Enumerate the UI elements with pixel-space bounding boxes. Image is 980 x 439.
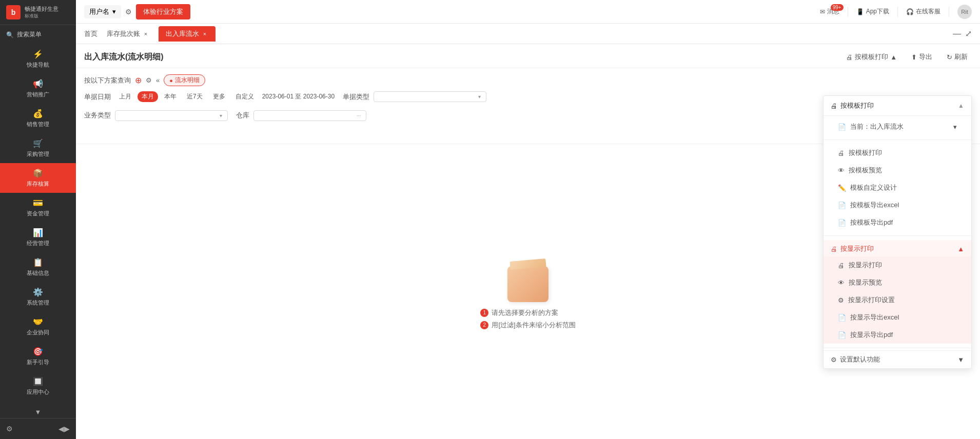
template-preview-icon: 👁 (838, 167, 845, 174)
sidebar-toggle-icon[interactable]: ◀▶ (58, 425, 70, 433)
filter-add-icon[interactable]: ⊕ (135, 75, 142, 85)
template-pdf-label: 按模板导出pdf (850, 218, 893, 227)
sidebar-item-label: 销售管理 (27, 121, 49, 128)
sidebar-item-wechat[interactable]: 💬 企业微信 (0, 401, 76, 406)
dropdown-current-item[interactable]: 📄 当前：出入库流水 ▾ (824, 118, 971, 135)
filter-collapse-icon[interactable]: « (156, 76, 160, 84)
display-print-icon: 🖨 (838, 262, 845, 269)
filter-group-date: 单据日期 上月 本月 本年 近7天 更多 自定义 2023-06-01 至 20… (84, 91, 335, 102)
dropdown-section-display: 🖨 按显示打印 ▲ 🖨 按显示打印 👁 按显示预览 ⚙ 按显示打印设置 (824, 238, 971, 346)
sidebar-item-purchase[interactable]: 🛒 采购管理 (0, 133, 76, 163)
topbar-app-download[interactable]: 📱 App下载 (856, 7, 889, 16)
date-tab-year[interactable]: 本年 (160, 91, 181, 102)
display-excel-icon: 📄 (838, 314, 846, 322)
sidebar-bottom: ⚙ ◀▶ (0, 418, 76, 439)
refresh-btn[interactable]: ↻ 刷新 (943, 50, 972, 64)
dropdown-template-print[interactable]: 🖨 按模板打印 (824, 144, 971, 162)
sidebar-scroll-down[interactable]: ▼ (0, 406, 76, 418)
tab-inventory-batch[interactable]: 库存批次账 × (100, 26, 156, 42)
topbar-user-name: 用户名 (89, 7, 109, 16)
dropdown-template-pdf[interactable]: 📄 按模板导出pdf (824, 214, 971, 231)
filter-setting-icon[interactable]: ⚙ (146, 76, 152, 84)
dropdown-display-print[interactable]: 🖨 按显示打印 (824, 256, 971, 274)
sidebar-item-inventory[interactable]: 📦 库存核算 (0, 163, 76, 193)
dropdown-template-excel[interactable]: 📄 按模板导出excel (824, 196, 971, 214)
topbar-messages[interactable]: ✉ 消息 99+ (820, 7, 839, 16)
sidebar-item-funds[interactable]: 💳 资金管理 (0, 193, 76, 223)
date-tabs: 上月 本月 本年 近7天 更多 自定义 (115, 91, 258, 102)
sidebar-item-operations[interactable]: 📊 经营管理 (0, 223, 76, 252)
display-preview-label: 按显示预览 (849, 278, 882, 287)
dropdown-display-pdf[interactable]: 📄 按显示导出pdf (824, 326, 971, 344)
logo-text: 畅捷通好生意 (25, 5, 58, 12)
topbar-left: 用户名 ▾ ⚙ 体验行业方案 (84, 4, 814, 19)
footer-settings-label: 设置默认功能 (840, 355, 880, 364)
date-tab-7days[interactable]: 近7天 (183, 91, 207, 102)
filter-group-voucher: 单据类型 ▾ (343, 91, 486, 102)
topbar: 用户名 ▾ ⚙ 体验行业方案 ✉ 消息 99+ 📱 App下载 🎧 在线客服 (76, 0, 980, 24)
page-header: 出入库流水(流水明细) 🖨 按模板打印 ▲ ⬆ 导出 ↻ 刷新 (76, 44, 980, 68)
dropdown-footer-settings[interactable]: ⚙ 设置默认功能 ▼ (824, 350, 971, 368)
topbar-gear-icon[interactable]: ⚙ (125, 8, 132, 16)
settings-gear-icon[interactable]: ⚙ (6, 425, 13, 433)
dropdown-template-design[interactable]: ✏️ 模板自定义设计 (824, 179, 971, 196)
topbar-user-area[interactable]: 用户名 ▾ (84, 5, 121, 18)
date-tab-more[interactable]: 更多 (209, 91, 229, 102)
dropdown-display-group-header[interactable]: 🖨 按显示打印 ▲ (824, 240, 971, 256)
tab-maximize-icon[interactable]: ⤢ (965, 29, 972, 38)
template-print-icon: 🖨 (838, 149, 845, 157)
sidebar-item-marketing[interactable]: 📢 营销推广 (0, 74, 76, 104)
dropdown-display-settings[interactable]: ⚙ 按显示打印设置 (824, 291, 971, 309)
divider-1 (824, 139, 971, 140)
date-tab-prev-month[interactable]: 上月 (115, 91, 135, 102)
display-print-group-icon: 🖨 (831, 245, 837, 253)
sidebar-item-apps[interactable]: 🔲 应用中心 (0, 371, 76, 401)
dropdown-template-preview[interactable]: 👁 按模板预览 (824, 162, 971, 179)
filter-group-warehouse: 仓库 ··· (236, 110, 366, 121)
warehouse-more-icon: ··· (357, 113, 361, 118)
topbar-divider1 (848, 7, 848, 17)
sidebar-item-label: 快捷导航 (27, 61, 49, 69)
print-template-btn[interactable]: 🖨 按模板打印 ▲ (842, 50, 901, 64)
topbar-online-service[interactable]: 🎧 在线客服 (906, 7, 940, 16)
display-pdf-icon: 📄 (838, 331, 846, 339)
sidebar-item-basic[interactable]: 📋 基础信息 (0, 252, 76, 282)
tab-close-icon[interactable]: × (142, 30, 149, 37)
sidebar-search-label: 搜索菜单 (17, 30, 42, 39)
headset-icon: 🎧 (906, 8, 914, 15)
sidebar-search[interactable]: 🔍 搜索菜单 (0, 25, 76, 44)
dropdown-collapse-icon[interactable]: ▲ (958, 102, 964, 109)
dropdown-display-preview[interactable]: 👁 按显示预览 (824, 274, 971, 291)
date-tab-custom[interactable]: 自定义 (231, 91, 258, 102)
filter-label: 按以下方案查询 (84, 76, 131, 85)
tab-home[interactable]: 首页 (84, 29, 97, 38)
voucher-dropdown-icon: ▾ (478, 94, 481, 99)
export-btn[interactable]: ⬆ 导出 (907, 50, 936, 64)
biz-type-select[interactable]: ▾ (115, 110, 228, 121)
trial-button[interactable]: 体验行业方案 (136, 4, 190, 19)
tab-minimize-icon[interactable]: — (953, 29, 961, 38)
tab-close-active-icon[interactable]: × (201, 30, 208, 37)
voucher-type-select[interactable]: ▾ (374, 91, 486, 102)
tab-inout-flow[interactable]: 出入库流水 × (159, 26, 215, 42)
sidebar-item-quick-nav[interactable]: ⚡ 快捷导航 (0, 44, 76, 74)
search-icon: 🔍 (6, 31, 14, 38)
sidebar-item-guide[interactable]: 🎯 新手引导 (0, 342, 76, 371)
marketing-icon: 📢 (33, 79, 43, 89)
sidebar-item-cooperation[interactable]: 🤝 企业协同 (0, 312, 76, 342)
sidebar-item-label: 系统管理 (27, 299, 49, 307)
print-template-label: 按模板打印 (855, 52, 888, 62)
sidebar-item-sales[interactable]: 💰 销售管理 (0, 104, 76, 133)
display-excel-label: 按显示导出excel (850, 313, 899, 322)
display-settings-label: 按显示打印设置 (848, 295, 895, 305)
active-filter-tag[interactable]: ● 流水明细 (164, 74, 205, 86)
sidebar-item-system[interactable]: ⚙️ 系统管理 (0, 282, 76, 312)
date-label: 单据日期 (84, 92, 111, 102)
message-icon: ✉ (820, 8, 825, 15)
topbar-user-profile[interactable]: Rit (957, 5, 972, 19)
sidebar-item-label: 采购管理 (27, 150, 49, 158)
sidebar-nav: ⚡ 快捷导航 📢 营销推广 💰 销售管理 🛒 采购管理 📦 库存核算 💳 资金管… (0, 44, 76, 406)
date-tab-cur-month[interactable]: 本月 (138, 91, 158, 102)
warehouse-select[interactable]: ··· (253, 110, 366, 121)
dropdown-display-excel[interactable]: 📄 按显示导出excel (824, 309, 971, 326)
